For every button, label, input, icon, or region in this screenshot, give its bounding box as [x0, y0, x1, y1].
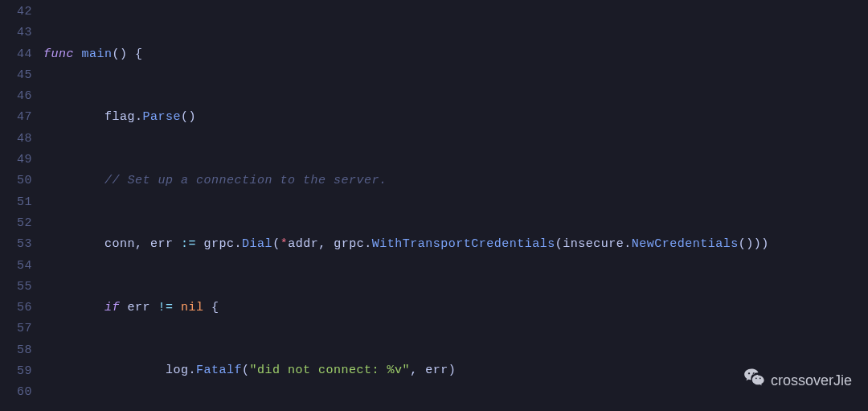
line-number: 50: [0, 171, 32, 191]
code-line: func main() {: [43, 44, 868, 65]
line-number: 48: [0, 129, 32, 150]
line-number: 45: [0, 65, 32, 86]
line-number: 49: [0, 150, 32, 171]
watermark: crossoverJie: [743, 366, 852, 397]
line-number-gutter: 42 43 44 45 46 47 48 49 50 51 52 53 54 5…: [0, 2, 43, 411]
code-line: flag.Parse(): [43, 107, 868, 128]
code-content[interactable]: func main() { flag.Parse() // Set up a c…: [43, 2, 868, 411]
line-number: 52: [0, 213, 32, 234]
line-number: 43: [0, 23, 32, 43]
line-number: 58: [0, 340, 32, 361]
line-number: 57: [0, 319, 32, 339]
line-number: 54: [0, 256, 32, 277]
line-number: 59: [0, 361, 32, 382]
line-number: 56: [0, 298, 32, 319]
line-number: 46: [0, 86, 32, 107]
watermark-text: crossoverJie: [771, 368, 852, 394]
code-line: if err != nil {: [43, 298, 868, 319]
code-line: conn, err := grpc.Dial(*addr, grpc.WithT…: [43, 234, 868, 255]
line-number: 44: [0, 44, 32, 65]
line-number: 51: [0, 192, 32, 213]
line-number: 60: [0, 382, 32, 403]
line-number: 47: [0, 107, 32, 128]
code-line: // Set up a connection to the server.: [43, 171, 868, 191]
code-editor: 42 43 44 45 46 47 48 49 50 51 52 53 54 5…: [0, 0, 868, 411]
line-number: 42: [0, 2, 32, 23]
line-number: 55: [0, 277, 32, 298]
wechat-icon: [743, 366, 771, 397]
line-number: 53: [0, 234, 32, 255]
